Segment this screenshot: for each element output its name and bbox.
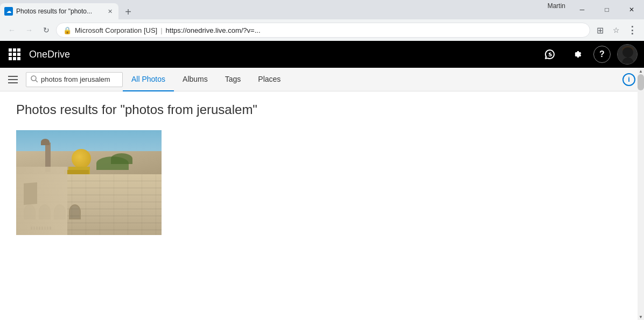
search-input[interactable]: photos from jerusalem xyxy=(41,75,110,83)
avatar-button[interactable] xyxy=(617,44,638,65)
scroll-down-arrow[interactable]: ▼ xyxy=(638,314,644,320)
help-icon: ? xyxy=(599,49,605,59)
results-title: Photos results for "photos from jerusale… xyxy=(16,102,628,117)
skype-button[interactable] xyxy=(540,44,560,65)
refresh-button[interactable]: ↻ xyxy=(39,23,54,38)
address-actions: ⊞ ☆ ⋮ xyxy=(592,23,640,38)
svg-rect-2 xyxy=(8,76,18,77)
scrollbar-thumb[interactable] xyxy=(638,74,644,90)
secure-icon: 🔒 xyxy=(63,26,72,34)
close-button[interactable]: ✕ xyxy=(619,0,644,19)
bookmark-button[interactable]: ☆ xyxy=(608,23,624,38)
tab-places[interactable]: Places xyxy=(249,68,289,91)
tab-title: Photos results for "photo... xyxy=(16,8,102,15)
user-label: Martin xyxy=(544,1,569,11)
tab-close-button[interactable]: ✕ xyxy=(106,7,114,16)
browser-tab-active[interactable]: ☁ Photos results for "photo... ✕ xyxy=(0,3,118,19)
search-box[interactable]: photos from jerusalem xyxy=(26,72,123,87)
jerusalem-photo-image xyxy=(16,130,162,235)
maximize-button[interactable]: □ xyxy=(594,0,619,19)
main-content: Photos results for "photos from jerusale… xyxy=(0,91,644,320)
svg-line-6 xyxy=(36,80,38,82)
tab-favicon: ☁ xyxy=(4,7,13,16)
waffle-button[interactable] xyxy=(6,46,23,62)
app-title: OneDrive xyxy=(29,49,533,60)
tab-tags[interactable]: Tags xyxy=(216,68,250,91)
avatar xyxy=(618,45,638,65)
tab-all-photos[interactable]: All Photos xyxy=(123,68,174,91)
site-label: Microsoft Corporation [US] xyxy=(75,26,157,34)
settings-button[interactable] xyxy=(566,44,587,65)
help-button[interactable]: ? xyxy=(593,46,611,63)
svg-rect-3 xyxy=(8,79,18,80)
svg-rect-4 xyxy=(8,82,18,83)
photo-grid xyxy=(16,130,628,235)
minimize-button[interactable]: ─ xyxy=(570,0,594,19)
translate-button[interactable]: ⊞ xyxy=(592,23,607,38)
sub-nav: photos from jerusalem All Photos Albums … xyxy=(0,68,644,91)
scroll-up-arrow[interactable]: ▲ xyxy=(638,68,644,74)
tab-albums[interactable]: Albums xyxy=(174,68,216,91)
app-header: OneDrive ? xyxy=(0,41,644,68)
address-bar[interactable]: 🔒 Microsoft Corporation [US] | https://o… xyxy=(56,23,590,38)
photo-thumbnail[interactable] xyxy=(16,130,162,235)
window-controls: ─ □ ✕ xyxy=(570,0,644,19)
svg-point-5 xyxy=(31,76,36,81)
search-icon xyxy=(31,75,38,84)
address-separator: | xyxy=(160,26,162,34)
forward-button[interactable]: → xyxy=(22,23,37,38)
address-bar-row: ← → ↻ 🔒 Microsoft Corporation [US] | htt… xyxy=(0,19,644,41)
hamburger-menu-button[interactable] xyxy=(4,71,22,88)
back-button[interactable]: ← xyxy=(4,23,19,38)
address-url: https://onedrive.live.com/?v=... xyxy=(166,26,583,34)
chrome-menu-button[interactable]: ⋮ xyxy=(625,23,640,38)
scrollbar[interactable]: ▲ ▼ xyxy=(638,68,644,320)
new-tab-button[interactable]: + xyxy=(121,4,136,19)
info-button[interactable]: i xyxy=(622,73,635,86)
